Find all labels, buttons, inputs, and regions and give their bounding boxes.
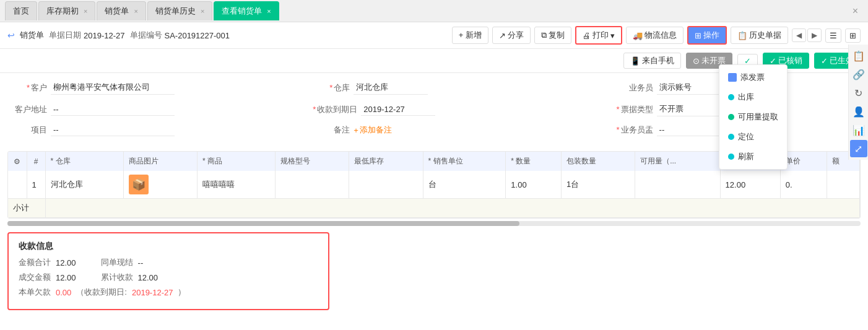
warehouse-label: 仓库 [313, 82, 350, 93]
date-value: 2019-12-27 [84, 31, 125, 40]
from-phone-button[interactable]: 📱 来自手机 [623, 53, 681, 69]
copy-button[interactable]: ⧉ 复制 [534, 27, 571, 44]
arrears-value: 0.00 [56, 288, 71, 297]
refresh-item[interactable]: 刷新 [719, 147, 787, 167]
out-warehouse-dot [728, 94, 734, 100]
print-button[interactable]: 🖨 打印 ▾ [575, 26, 622, 45]
project-value: -- [51, 124, 175, 136]
td-product: 嘻嘻嘻嘻 [197, 171, 275, 199]
subtotal-label: 小计 [8, 199, 45, 218]
horizontal-scrollbar[interactable] [7, 221, 861, 226]
prev-button[interactable]: ◀ [792, 28, 806, 42]
th-warehouse: * 仓库 [45, 152, 123, 171]
side-icon-link[interactable]: 🔗 [850, 66, 867, 83]
deal-item: 成交金额 12.00 [19, 272, 76, 283]
share-button[interactable]: ↗ 分享 [492, 27, 531, 44]
customer-field: 客户 柳州粤港平安气体有限公司 [10, 80, 313, 95]
subtotal-values [45, 199, 860, 218]
th-min-stock: 最低库存 [349, 152, 423, 171]
tab-close-sales-history[interactable]: × [201, 7, 204, 15]
tab-view-sales-order[interactable]: 查看销货单 × [214, 1, 279, 20]
tab-sales-history[interactable]: 销货单历史 × [147, 1, 212, 20]
th-pkg-qty: 包装数量 [562, 152, 635, 171]
operation-button[interactable]: ⊞ 操作 [687, 26, 727, 45]
number-value: SA-20191227-001 [165, 31, 230, 40]
tab-home[interactable]: 首页 [5, 1, 37, 20]
th-img: 商品图片 [123, 152, 197, 171]
doc-icon: ↩ [7, 30, 15, 40]
number-label: 单据编号 [130, 30, 162, 41]
customer-label: 客户 [10, 82, 47, 93]
close-window-button[interactable]: × [848, 3, 863, 19]
due-date-label: 收款到期日 [313, 104, 357, 115]
deal-value: 12.00 [56, 273, 76, 282]
cumulative-value: 12.00 [138, 273, 158, 282]
td-current: 12.00 [720, 171, 780, 199]
tab-inventory-init[interactable]: 库存期初 × [38, 1, 95, 20]
history-button[interactable]: 📋 历史单据 [731, 27, 788, 44]
side-icon-refresh[interactable]: ↻ [850, 84, 867, 102]
right-panel: 📋 🔗 ↻ 👤 📊 ⤢ [848, 45, 868, 160]
side-icon-expand[interactable]: ⤢ [850, 140, 867, 157]
locate-dot [728, 134, 734, 140]
next-button[interactable]: ▶ [807, 28, 822, 42]
due-date-value: 2019-12-27 [132, 288, 173, 297]
th-gear[interactable]: ⚙ [8, 152, 27, 171]
payment-title: 收款信息 [19, 241, 318, 252]
total-label: 金额合计 [19, 257, 51, 268]
side-icon-user[interactable]: 👤 [850, 103, 867, 120]
tab-sales-order[interactable]: 销货单 × [97, 1, 145, 20]
payment-row-3: 本单欠款 0.00 （收款到期日: 2019-12-27 ） [19, 287, 318, 298]
customer-value: 柳州粤港平安气体有限公司 [51, 80, 175, 95]
arrears-label: 本单欠款 [19, 287, 51, 298]
payment-info-box: 收款信息 金额合计 12.00 同单现结 -- 成交金额 12.00 累计收款 [7, 232, 329, 310]
th-qty: * 数量 [506, 152, 562, 171]
subtotal-row: 小计 [8, 199, 860, 218]
add-note-button[interactable]: + 添加备注 [354, 124, 392, 136]
arrears-item: 本单欠款 0.00 （收款到期日: 2019-12-27 ） [19, 287, 186, 298]
note-field: 备注 + 添加备注 [313, 124, 615, 136]
th-unit: * 销售单位 [423, 152, 506, 171]
tab-bar: 首页 库存期初 × 销货单 × 销货单历史 × 查看销货单 × × [0, 0, 868, 22]
table-row: 1 河北仓库 📦 嘻嘻嘻嘻 台 1.00 1台 [8, 171, 860, 199]
doc-number-field: 单据编号 SA-20191227-001 [130, 30, 230, 41]
warehouse-value: 河北仓库 [354, 80, 428, 95]
phone-icon: 📱 [630, 56, 640, 66]
address-value: -- [51, 103, 175, 116]
doc-type-label: 销货单 [20, 30, 44, 41]
salesperson-label: 业务员盂 [616, 124, 653, 136]
total-item: 金额合计 12.00 [19, 257, 76, 268]
available-qty-item[interactable]: 可用量提取 [719, 107, 787, 127]
side-icon-chart[interactable]: 📊 [850, 121, 867, 139]
due-end: ） [178, 287, 186, 298]
out-warehouse-item[interactable]: 出库 [719, 87, 787, 107]
th-avail: 可用量（... [635, 152, 720, 171]
ticket-icon: ⊙ [693, 56, 700, 66]
share-icon: ↗ [499, 31, 506, 40]
add-invoice-item[interactable]: 添发票 [719, 67, 787, 87]
locate-item[interactable]: 定位 [719, 127, 787, 147]
tab-close-inventory-init[interactable]: × [84, 7, 87, 15]
project-label: 项目 [10, 124, 47, 136]
history-icon: 📋 [737, 31, 747, 40]
address-field: 客户地址 -- [10, 103, 313, 116]
new-button[interactable]: + 新增 [452, 27, 488, 44]
product-image: 📦 [129, 175, 149, 194]
payment-row-2: 成交金额 12.00 累计收款 12.00 [19, 272, 318, 283]
tab-close-view-sales-order[interactable]: × [267, 7, 271, 15]
copy-icon: ⧉ [541, 30, 547, 40]
address-label: 客户地址 [10, 104, 47, 115]
effective-icon: ✓ [821, 56, 828, 66]
logistics-button[interactable]: 🚚 物流信息 [626, 27, 684, 44]
nav-arrows: ◀ ▶ [792, 28, 822, 42]
td-gear [8, 171, 27, 199]
cumulative-label: 累计收款 [101, 272, 133, 283]
td-amount [827, 171, 859, 199]
td-price: 0. [780, 171, 827, 199]
side-icon-1[interactable]: 📋 [850, 47, 867, 64]
tab-close-sales-order[interactable]: × [134, 7, 137, 15]
due-date-value: 2019-12-27 [361, 103, 435, 116]
toolbar-right: + 新增 ↗ 分享 ⧉ 复制 🖨 打印 ▾ 🚚 物流信息 [452, 26, 861, 45]
view-grid-button[interactable]: ☰ [825, 28, 841, 43]
view-list-button[interactable]: ⊞ [845, 28, 861, 43]
